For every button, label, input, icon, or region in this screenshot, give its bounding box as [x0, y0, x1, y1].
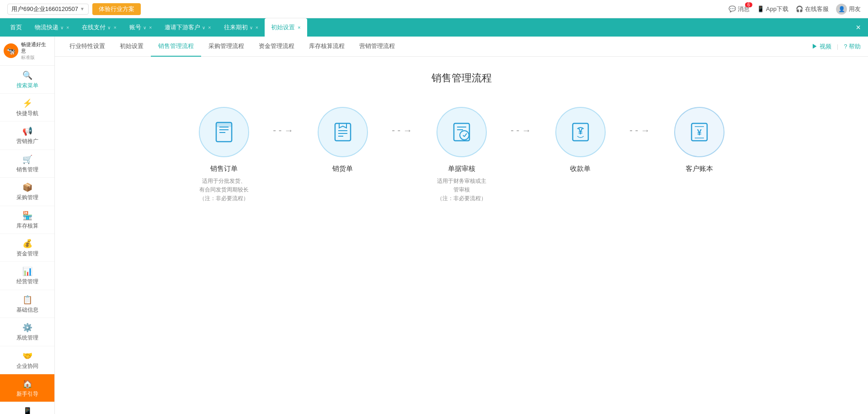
sidebar-item-finance[interactable]: 💰 资金管理	[0, 234, 54, 262]
tab-period[interactable]: 往来期初 ∨ ×	[218, 18, 265, 37]
tab-logistics[interactable]: 物流快递 ∨ ×	[28, 18, 75, 37]
svg-point-10	[460, 131, 469, 140]
sub-tab-marketing-flow[interactable]: 营销管理流程	[352, 37, 402, 57]
cooperation-icon: 🤝	[22, 351, 32, 361]
help-icon: ?	[844, 43, 849, 50]
video-label: 视频	[820, 43, 831, 50]
tab-period-close[interactable]: ×	[256, 25, 258, 30]
sidebar-item-system[interactable]: ⚙️ 系统管理	[0, 318, 54, 346]
video-link[interactable]: ▶ 视频	[812, 42, 831, 51]
flow-desc-approval: 适用于财务审核或主管审核（注：非必要流程）	[437, 177, 486, 203]
user-name-label: 用友	[849, 5, 861, 13]
tab-downstream[interactable]: 邀请下游客户 ∨ ×	[158, 18, 217, 37]
tab-init-close[interactable]: ×	[298, 25, 300, 30]
sidebar-item-basic[interactable]: 📋 基础信息	[0, 290, 54, 318]
flow-circle-customer-ledger[interactable]: ¥	[674, 107, 724, 157]
service-button[interactable]: 🎧 在线客服	[796, 5, 829, 13]
logo-icon: 🐄	[4, 43, 18, 58]
message-badge: 6	[745, 2, 752, 7]
app-download-button[interactable]: 📱 App下载	[757, 5, 788, 13]
tab-account-close[interactable]: ×	[149, 25, 152, 30]
flow-item-receipt: ¥ 收款单	[535, 107, 626, 177]
sidebar-item-inventory[interactable]: 🏪 库存核算	[0, 206, 54, 234]
sidebar-item-quick[interactable]: ⚡ 快捷导航	[0, 94, 54, 122]
nav-tabs: 首页 物流快递 ∨ × 在线支付 ∨ × 账号 ∨ × 邀请下游客户 ∨ × 往…	[0, 18, 868, 37]
flow-item-sales-order: 销售订单 适用于分批发货、有合同发货周期较长（注：非必要流程）	[178, 107, 270, 203]
sidebar-item-label-finance: 资金管理	[16, 250, 38, 257]
service-label: 在线客服	[805, 5, 829, 13]
tab-downstream-arrow: ∨	[202, 25, 205, 30]
tab-logistics-arrow: ∨	[60, 25, 64, 30]
logo-subtitle: 标准版	[21, 54, 51, 61]
svg-text:¥: ¥	[578, 127, 582, 136]
sidebar-item-label-inventory: 库存核算	[16, 223, 38, 229]
approval-icon	[449, 120, 474, 144]
tab-logistics-close[interactable]: ×	[66, 25, 69, 30]
sub-tab-inventory-flow[interactable]: 库存核算流程	[302, 37, 352, 57]
close-all-tabs-button[interactable]: ×	[852, 23, 864, 32]
sub-tab-inventory-flow-label: 库存核算流程	[309, 42, 345, 50]
sidebar-item-cooperation[interactable]: 🤝 企业协同	[0, 346, 54, 374]
tab-account[interactable]: 账号 ∨ ×	[123, 18, 158, 37]
receipt-icon: ¥	[568, 120, 593, 144]
tab-payment-arrow: ∨	[107, 25, 111, 30]
flow-circle-sales-order[interactable]	[199, 107, 249, 157]
logo-title: 畅捷通好生意	[21, 41, 51, 54]
sidebar-item-marketing-promo[interactable]: 📢 营销推广	[0, 122, 54, 149]
tab-payment-label: 在线支付	[82, 23, 106, 32]
help-label: 帮助	[849, 43, 861, 50]
flow-circle-approval[interactable]	[437, 107, 487, 157]
sidebar-item-search[interactable]: 🔍 搜索菜单	[0, 66, 54, 94]
sidebar-logo: 🐄 畅捷通好生意 标准版	[0, 37, 54, 66]
flow-item-customer-ledger: ¥ 客户账本	[654, 107, 745, 177]
sidebar-item-label-operations: 经营管理	[16, 278, 38, 285]
sales-order-icon	[212, 120, 236, 144]
guide-icon: 🏠	[22, 379, 32, 389]
app-label: App下载	[766, 5, 788, 13]
tab-logistics-label: 物流快递	[35, 23, 59, 32]
sidebar-item-operations[interactable]: 📊 经营管理	[0, 262, 54, 290]
user-avatar-button[interactable]: 👤 用友	[836, 4, 861, 15]
marketing-promo-icon: 📢	[22, 126, 32, 136]
sub-tabs: 行业特性设置 初始设置 销售管理流程 采购管理流程 资金管理流程 库存核算流程 …	[55, 37, 868, 57]
sub-tab-init-set[interactable]: 初始设置	[112, 37, 151, 57]
sub-tab-finance-flow-label: 资金管理流程	[259, 42, 294, 50]
sub-tab-purchase-flow[interactable]: 采购管理流程	[201, 37, 251, 57]
sales-icon: 🛒	[22, 154, 32, 165]
tab-init[interactable]: 初始设置 ×	[265, 18, 307, 37]
sub-tab-finance-flow[interactable]: 资金管理流程	[251, 37, 302, 57]
flow-circle-sales-delivery[interactable]	[318, 107, 368, 157]
tab-init-label: 初始设置	[271, 23, 295, 32]
flow-circle-receipt[interactable]: ¥	[555, 107, 606, 157]
sidebar-item-app-center[interactable]: 📱 应用中心	[0, 402, 54, 414]
trial-button[interactable]: 体验行业方案	[92, 3, 141, 15]
sub-tab-industry[interactable]: 行业特性设置	[62, 37, 112, 57]
quick-icon: ⚡	[22, 98, 32, 108]
page-content: 销售管理流程 销售订单 适用于分批发货、有合同	[55, 57, 868, 414]
sidebar-item-label-marketing-promo: 营销推广	[16, 138, 38, 144]
app-center-icon: 📱	[22, 407, 32, 414]
customer-ledger-icon: ¥	[687, 120, 712, 144]
basic-icon: 📋	[22, 295, 32, 305]
flow-arrow-2: - - →	[389, 107, 416, 136]
sub-tab-sales-flow[interactable]: 销售管理流程	[151, 37, 201, 57]
user-selector[interactable]: 用户690企业1660120507 ▼	[7, 4, 89, 15]
sub-tab-marketing-flow-label: 营销管理流程	[359, 42, 395, 50]
tab-payment[interactable]: 在线支付 ∨ ×	[75, 18, 122, 37]
sidebar-item-guide[interactable]: 🏠 新手引导	[0, 374, 54, 402]
tab-home[interactable]: 首页	[4, 18, 28, 37]
help-link[interactable]: ? 帮助	[844, 42, 861, 51]
sidebar-item-purchase[interactable]: 📦 采购管理	[0, 178, 54, 206]
headset-icon: 🎧	[796, 5, 803, 12]
sidebar-item-sales[interactable]: 🛒 销售管理	[0, 150, 54, 178]
flow-arrow-1: - - →	[270, 107, 297, 136]
sidebar-item-label-quick: 快捷导航	[16, 110, 38, 117]
dropdown-arrow-icon: ▼	[80, 6, 85, 11]
tab-downstream-close[interactable]: ×	[208, 25, 211, 30]
message-button[interactable]: 💬 消息 6	[729, 5, 750, 13]
tab-downstream-label: 邀请下游客户	[165, 23, 200, 32]
sidebar: 🐄 畅捷通好生意 标准版 🔍 搜索菜单 ⚡ 快捷导航 📢 营销推广 🛒 销售管理…	[0, 37, 55, 414]
content-area: 行业特性设置 初始设置 销售管理流程 采购管理流程 资金管理流程 库存核算流程 …	[55, 37, 868, 414]
page-title: 销售管理流程	[66, 71, 857, 85]
tab-payment-close[interactable]: ×	[113, 25, 116, 30]
